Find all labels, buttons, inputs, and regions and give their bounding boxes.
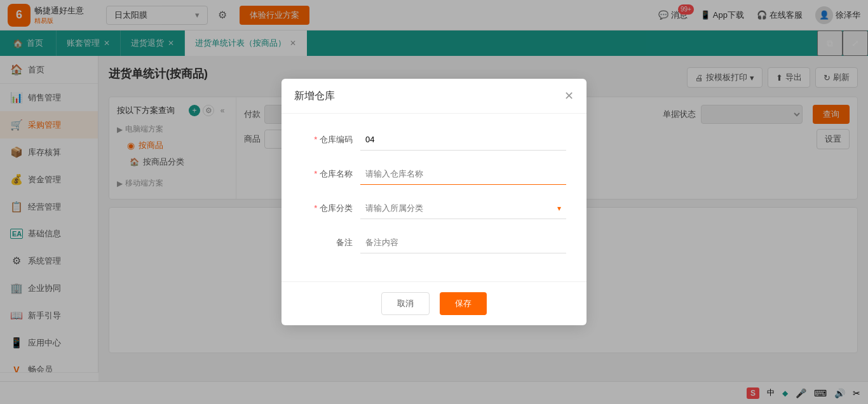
warehouse-category-label: 仓库分类 xyxy=(302,203,353,214)
remark-row: 备注 xyxy=(302,232,566,253)
warehouse-code-input[interactable] xyxy=(360,129,566,151)
cancel-button[interactable]: 取消 xyxy=(381,292,430,315)
dialog-title: 新增仓库 xyxy=(294,90,335,103)
warehouse-code-label: 仓库编码 xyxy=(302,134,353,145)
save-button[interactable]: 保存 xyxy=(440,292,487,315)
warehouse-name-label: 仓库名称 xyxy=(302,168,353,180)
dialog-body: 仓库编码 仓库名称 仓库分类 ▾ 备注 xyxy=(281,114,587,281)
remark-label: 备注 xyxy=(302,237,353,248)
warehouse-name-row: 仓库名称 xyxy=(302,163,566,185)
dialog-footer: 取消 保存 xyxy=(281,281,587,325)
warehouse-name-input[interactable] xyxy=(360,163,566,185)
remark-input[interactable] xyxy=(360,232,566,253)
warehouse-category-wrapper: ▾ xyxy=(360,198,566,219)
add-warehouse-dialog: 新增仓库 ✕ 仓库编码 仓库名称 仓库分类 ▾ xyxy=(281,79,587,325)
warehouse-category-input[interactable] xyxy=(360,198,566,219)
warehouse-code-row: 仓库编码 xyxy=(302,129,566,151)
dialog-close-button[interactable]: ✕ xyxy=(564,89,574,103)
modal-overlay: 新增仓库 ✕ 仓库编码 仓库名称 仓库分类 ▾ xyxy=(0,0,868,404)
warehouse-category-row: 仓库分类 ▾ xyxy=(302,198,566,219)
dialog-header: 新增仓库 ✕ xyxy=(281,79,587,114)
